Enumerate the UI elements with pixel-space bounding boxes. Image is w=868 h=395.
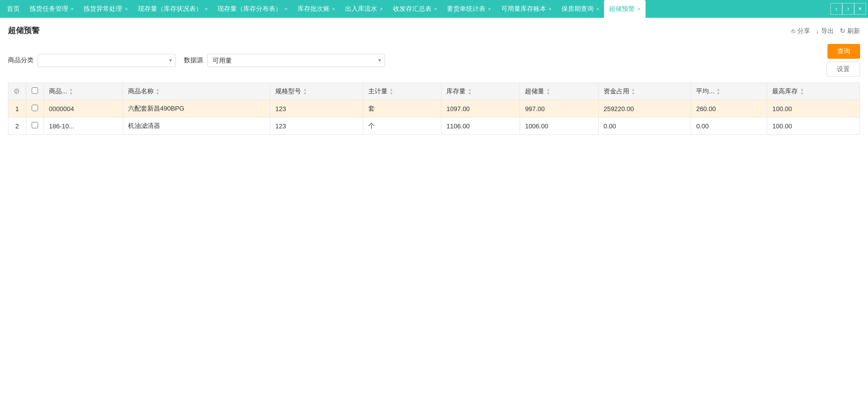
settings-button[interactable]: 设置	[826, 62, 860, 77]
topbar-item[interactable]: 拣货任务管理×	[25, 0, 79, 18]
cell-spec: 123	[270, 100, 363, 118]
col-header-capital[interactable]: 资金占用▲▼	[598, 83, 691, 100]
col-header-unit[interactable]: 主计量▲▼	[363, 83, 441, 100]
close-tab-icon[interactable]: ×	[125, 6, 128, 12]
sort-icon[interactable]: ▲▼	[303, 88, 307, 96]
table-row: 2186-10...机油滤清器123个1106.001006.000.000.0…	[8, 118, 860, 135]
close-tab-icon[interactable]: ×	[205, 6, 208, 12]
cell-overstock: 1006.00	[520, 118, 599, 135]
row-number: 1	[8, 100, 26, 118]
topbar-item[interactable]: 出入库流水×	[340, 0, 388, 18]
topbar-item[interactable]: 保质期查询×	[557, 0, 604, 18]
share-button[interactable]: ⎋ 分享	[791, 27, 810, 36]
datasource-select-wrapper: 可用量 库存量	[207, 54, 385, 67]
close-tab-icon[interactable]: ×	[284, 6, 287, 12]
filter-row: 商品分类 数据源 可用量 库存量 查询 设置	[8, 44, 860, 77]
cell-unit: 个	[363, 118, 441, 135]
export-button[interactable]: ↓ 导出	[816, 27, 834, 36]
page-content: 超储预警 ⎋ 分享 ↓ 导出 ↻ 刷新 商品分类	[0, 18, 868, 395]
topbar-item[interactable]: 拣货异常处理×	[79, 0, 132, 18]
topbar-item[interactable]: 收发存汇总表×	[388, 0, 442, 18]
cell-capital: 259220.00	[598, 100, 691, 118]
datasource-label: 数据源	[184, 56, 203, 65]
sort-icon[interactable]: ▲▼	[390, 88, 393, 96]
col-header-stock[interactable]: 库存量▲▼	[441, 83, 520, 100]
sort-icon[interactable]: ▲▼	[468, 88, 472, 96]
cell-avg: 0.00	[691, 118, 767, 135]
topbar-item[interactable]: 现存量（库存分布表）×	[213, 0, 292, 18]
topbar-item[interactable]: 可用量库存账本×	[496, 0, 557, 18]
filter-buttons: 查询 设置	[826, 44, 860, 77]
category-label: 商品分类	[8, 56, 34, 65]
topbar-item[interactable]: 现存量（库存状况表）×	[133, 0, 213, 18]
sort-icon[interactable]: ▲▼	[69, 88, 73, 96]
nav-next-button[interactable]: ›	[842, 3, 854, 15]
close-tab-icon[interactable]: ×	[332, 6, 335, 12]
export-label: 导出	[821, 27, 834, 36]
page-title: 超储预警	[8, 26, 40, 36]
refresh-icon: ↻	[840, 27, 845, 35]
sort-icon[interactable]: ▲▼	[546, 88, 550, 96]
nav-close-button[interactable]: ×	[854, 3, 866, 15]
category-filter: 商品分类	[8, 54, 176, 67]
close-tab-icon[interactable]: ×	[380, 6, 383, 12]
col-header-avg[interactable]: 平均...▲▼	[691, 83, 767, 100]
sort-icon[interactable]: ▲▼	[716, 88, 720, 96]
col-header-maxstock[interactable]: 最高库存▲▼	[767, 83, 860, 100]
page-header: 超储预警 ⎋ 分享 ↓ 导出 ↻ 刷新	[8, 26, 860, 36]
sort-icon[interactable]: ▲▼	[631, 88, 635, 96]
cell-code: 186-10...	[44, 118, 123, 135]
topbar-item[interactable]: 库存批次账×	[293, 0, 340, 18]
topbar-item[interactable]: 首页	[2, 0, 25, 18]
datasource-filter: 数据源 可用量 库存量	[184, 54, 385, 67]
cell-name: 六配套新昌490BPG	[123, 100, 270, 118]
close-tab-icon[interactable]: ×	[71, 6, 74, 12]
row-number: 2	[8, 118, 26, 135]
close-tab-icon[interactable]: ×	[637, 6, 640, 12]
col-header-spec[interactable]: 规格型号▲▼	[270, 83, 363, 100]
category-select-wrapper	[38, 54, 176, 67]
col-header-checkbox	[26, 83, 44, 100]
sort-icon[interactable]: ▲▼	[800, 88, 804, 96]
cell-spec: 123	[270, 118, 363, 135]
nav-prev-button[interactable]: ‹	[830, 3, 842, 15]
cell-name: 机油滤清器	[123, 118, 270, 135]
export-icon: ↓	[816, 27, 820, 35]
topbar-item[interactable]: 要货单统计表×	[442, 0, 496, 18]
col-header-name[interactable]: 商品名称▲▼	[123, 83, 270, 100]
query-button[interactable]: 查询	[827, 44, 860, 59]
cell-maxstock: 100.00	[767, 118, 860, 135]
sort-icon[interactable]: ▲▼	[156, 88, 160, 96]
cell-stock: 1106.00	[441, 118, 520, 135]
cell-overstock: 997.00	[520, 100, 599, 118]
category-select[interactable]	[38, 54, 176, 67]
row-checkbox[interactable]	[32, 105, 38, 111]
col-header-overstock[interactable]: 超储量▲▼	[520, 83, 599, 100]
datasource-select[interactable]: 可用量 库存量	[207, 54, 385, 67]
col-header-code[interactable]: 商品...▲▼	[44, 83, 123, 100]
refresh-label: 刷新	[847, 27, 860, 36]
cell-maxstock: 100.00	[767, 100, 860, 118]
cell-unit: 套	[363, 100, 441, 118]
row-checkbox-cell[interactable]	[26, 118, 44, 135]
row-checkbox[interactable]	[32, 122, 38, 128]
close-tab-icon[interactable]: ×	[434, 6, 437, 12]
cell-stock: 1097.00	[441, 100, 520, 118]
row-checkbox-cell[interactable]	[26, 100, 44, 118]
close-tab-icon[interactable]: ×	[549, 6, 552, 12]
share-label: 分享	[797, 27, 810, 36]
share-icon: ⎋	[791, 27, 795, 35]
col-header-gear: ⚙	[8, 83, 26, 100]
close-tab-icon[interactable]: ×	[596, 6, 599, 12]
table-header: ⚙商品...▲▼商品名称▲▼规格型号▲▼主计量▲▼库存量▲▼超储量▲▼资金占用▲…	[8, 83, 860, 100]
cell-avg: 260.00	[691, 100, 767, 118]
refresh-button[interactable]: ↻ 刷新	[840, 27, 860, 36]
gear-icon[interactable]: ⚙	[13, 87, 20, 95]
table-body: 10000004六配套新昌490BPG123套1097.00997.002592…	[8, 100, 860, 135]
close-tab-icon[interactable]: ×	[488, 6, 491, 12]
header-actions: ⎋ 分享 ↓ 导出 ↻ 刷新	[791, 27, 861, 36]
select-all-checkbox[interactable]	[32, 87, 38, 94]
data-table: ⚙商品...▲▼商品名称▲▼规格型号▲▼主计量▲▼库存量▲▼超储量▲▼资金占用▲…	[8, 82, 860, 135]
topbar-item[interactable]: 超储预警×	[604, 0, 645, 18]
cell-capital: 0.00	[598, 118, 691, 135]
